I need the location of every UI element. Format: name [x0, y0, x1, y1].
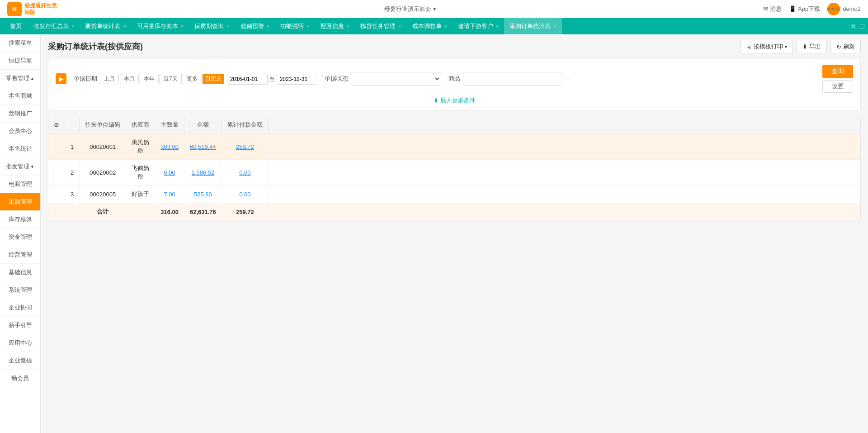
app-icon: 📱	[789, 5, 796, 12]
date-btn-7days[interactable]: 近7天	[160, 74, 182, 84]
filter-goods-input[interactable]	[463, 72, 562, 86]
close-tab-config-info[interactable]: ×	[347, 24, 349, 29]
tab-purchase-stats[interactable]: 采购订单统计表 ×	[504, 18, 561, 34]
close-tab-receive-summary[interactable]: ×	[71, 24, 74, 29]
tab-receive-summary[interactable]: 收发存汇总表 ×	[28, 18, 80, 34]
sidebar-item-member-center[interactable]: 会员中心	[0, 123, 40, 140]
cell-supplier-3: 好孩子	[126, 186, 155, 203]
table-container: ⚙ 往来单位编码 供应商 主数量 金额 累计付款金额 1 00020001	[48, 116, 861, 221]
filter-date-item: 单据日期 上月 本月 本年 近7天 更多 自定义 至	[74, 73, 317, 85]
close-tab-inventory-ledger[interactable]: ×	[181, 24, 184, 29]
th-paid-amount: 累计付款金额	[222, 116, 268, 134]
filter-goods-label: 商品	[448, 75, 460, 83]
date-range-btns: 上月 本月 本年 近7天 更多 自定义	[100, 74, 224, 84]
sidebar-item-app-center[interactable]: 应用中心	[0, 334, 40, 352]
date-btn-this-month[interactable]: 本月	[120, 74, 139, 84]
tab-goods-stats[interactable]: 要货单统计表 ×	[80, 18, 131, 34]
filter-panel: ▶ 单据日期 上月 本月 本年 近7天 更多 自定义 至	[48, 59, 861, 110]
tab-config-info[interactable]: 配置信息 ×	[315, 18, 355, 34]
table-row[interactable]: 1 00020001 惠氏奶粉 303.00 60,519.44 259.72	[48, 134, 860, 160]
cell-extra-2	[268, 160, 860, 186]
tab-expiry-query[interactable]: 保质期查询 ×	[189, 18, 235, 34]
refresh-btn[interactable]: ↻ 刷新	[830, 40, 861, 53]
message-btn[interactable]: ✉ 消息	[763, 5, 782, 13]
tab-home[interactable]: 首页	[4, 18, 28, 34]
sidebar-item-marketing[interactable]: 营销推广	[0, 105, 40, 123]
tab-invite-downstream[interactable]: 邀请下游客户 ×	[453, 18, 504, 34]
more-filter-icon[interactable]: ···	[565, 76, 570, 82]
tab-function-desc[interactable]: 功能说明 ×	[275, 18, 315, 34]
date-from-input[interactable]	[227, 74, 268, 85]
sidebar-item-retail-stats[interactable]: 零售统计	[0, 140, 40, 158]
cell-paid-3[interactable]: 0.00	[222, 186, 268, 203]
sidebar-item-new-guide[interactable]: 新手引导	[0, 317, 40, 334]
sidebar-item-ecommerce-mgmt[interactable]: 电商管理	[0, 176, 40, 193]
filter-row-1: ▶ 单据日期 上月 本月 本年 近7天 更多 自定义 至	[56, 65, 853, 93]
th-settings[interactable]: ⚙	[48, 116, 65, 134]
footer-cell-supplier	[126, 203, 155, 221]
sidebar-item-system-mgmt[interactable]: 系统管理	[0, 281, 40, 299]
print-btn[interactable]: 🖨 按模板打印 ▾	[740, 40, 793, 53]
settings-btn[interactable]: 设置	[822, 80, 853, 93]
sidebar-item-retail-mall[interactable]: 零售商城	[0, 87, 40, 105]
message-icon: ✉	[763, 5, 768, 12]
main-layout: 搜索菜单 快捷导航 零售管理 ▲ 零售商城 营销推广 会员中心 零售统计 批发管…	[0, 34, 868, 433]
close-tab-pick-task[interactable]: ×	[398, 24, 401, 29]
workspace-label[interactable]: 母婴行业演示账套 ▾	[384, 5, 436, 13]
cell-amount-1[interactable]: 60,519.44	[184, 134, 222, 160]
date-to-input[interactable]	[277, 74, 317, 85]
cell-amount-2[interactable]: 1,586.52	[184, 160, 222, 186]
export-btn[interactable]: ⬇ 导出	[797, 40, 827, 53]
close-tab-invite-downstream[interactable]: ×	[496, 24, 499, 29]
cell-paid-1[interactable]: 259.72	[222, 134, 268, 160]
sidebar-item-enterprise-wechat[interactable]: 企业微信	[0, 352, 40, 370]
sidebar-item-ops-mgmt[interactable]: 经营管理	[0, 246, 40, 264]
top-bar-left: 好 畅捷通好生意 标版	[7, 2, 57, 16]
app-download-btn[interactable]: 📱 App下载	[789, 5, 820, 13]
filter-toggle-btn[interactable]: ▶	[56, 73, 66, 84]
filter-status-select[interactable]	[351, 72, 441, 86]
date-btn-this-year[interactable]: 本年	[140, 74, 159, 84]
close-tab-purchase-stats[interactable]: ×	[553, 24, 556, 29]
avatar: demo2	[827, 3, 840, 15]
close-tab-function-desc[interactable]: ×	[307, 24, 309, 29]
cell-amount-3[interactable]: 525.80	[184, 186, 222, 203]
sidebar-item-retail-mgmt[interactable]: 零售管理 ▲	[0, 70, 40, 87]
sidebar-item-basic-info[interactable]: 基础信息	[0, 264, 40, 281]
table-row[interactable]: 2 00020002 飞鹤奶粉 6.00 1,586.52 0.00	[48, 160, 860, 186]
sidebar-item-member[interactable]: 畅会员	[0, 370, 40, 387]
cell-quantity-3[interactable]: 7.00	[155, 186, 184, 203]
tab-overstock-warning[interactable]: 超储预警 ×	[235, 18, 275, 34]
user-area[interactable]: demo2 demo2	[827, 3, 861, 15]
cell-paid-2[interactable]: 0.00	[222, 160, 268, 186]
sidebar-item-enterprise-coop[interactable]: 企业协同	[0, 299, 40, 317]
page-title-actions: 🖨 按模板打印 ▾ ⬇ 导出 ↻ 刷新	[740, 40, 861, 53]
close-all-tabs-btn[interactable]: ✕	[850, 22, 856, 31]
close-tab-goods-stats[interactable]: ×	[123, 24, 126, 29]
cell-unit-code-1: 00020001	[80, 134, 126, 160]
tab-inventory-ledger[interactable]: 可用量库存账本 ×	[132, 18, 189, 34]
workspace-dropdown-icon[interactable]: ▾	[433, 5, 436, 12]
maximize-btn[interactable]: □	[860, 22, 864, 30]
query-btn[interactable]: 查询	[822, 65, 853, 78]
date-btn-more[interactable]: 更多	[183, 74, 202, 84]
expand-more-btn[interactable]: ⬇ 展开更多条件	[434, 96, 476, 105]
date-btn-last-month[interactable]: 上月	[100, 74, 119, 84]
cell-quantity-2[interactable]: 6.00	[155, 160, 184, 186]
close-tab-cost-adjust[interactable]: ×	[444, 24, 447, 29]
sidebar-item-finance-mgmt[interactable]: 资金管理	[0, 228, 40, 246]
footer-cell-index	[65, 203, 80, 221]
sidebar-search-area[interactable]: 搜索菜单	[0, 34, 40, 52]
sidebar-quick-nav[interactable]: 快捷导航	[0, 52, 40, 70]
th-extra	[268, 116, 860, 134]
close-tab-overstock-warning[interactable]: ×	[267, 24, 269, 29]
close-tab-expiry-query[interactable]: ×	[226, 24, 229, 29]
export-icon: ⬇	[802, 43, 807, 50]
tab-pick-task[interactable]: 拣货任务管理 ×	[355, 18, 406, 34]
table-row[interactable]: 3 00020005 好孩子 7.00 525.80 0.00	[48, 186, 860, 203]
sidebar-item-wholesale-mgmt[interactable]: 批发管理 ▼	[0, 158, 40, 176]
sidebar-item-inventory-check[interactable]: 库存核算	[0, 211, 40, 228]
cell-quantity-1[interactable]: 303.00	[155, 134, 184, 160]
tab-cost-adjust[interactable]: 成本调整单 ×	[407, 18, 453, 34]
sidebar-item-purchase-mgmt[interactable]: 采购管理	[0, 193, 40, 211]
